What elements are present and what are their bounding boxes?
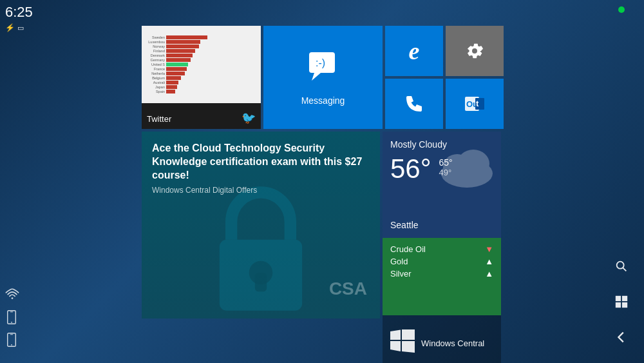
clock: 6:25	[5, 5, 33, 19]
chat-icon: :-)	[307, 50, 340, 83]
gold-arrow: ▲	[485, 257, 493, 266]
stock-silver: Silver ▲	[390, 269, 493, 279]
left-sidebar	[5, 288, 19, 350]
phone-tile[interactable]	[385, 79, 443, 129]
cloud-background	[438, 144, 496, 192]
svg-rect-5	[622, 302, 627, 308]
stock-crude-oil: Crude Oil ▼	[390, 244, 493, 254]
svg-marker-27	[402, 329, 415, 340]
svg-rect-4	[616, 302, 621, 308]
messaging-icon: :-)	[307, 50, 340, 90]
top-tile-row: SwedenLuxembouNorwayFinlandDenmarkGerman…	[142, 26, 509, 129]
back-button[interactable]	[614, 330, 629, 348]
phone-outline-icon[interactable]	[5, 310, 19, 328]
csa-watermark: CSA	[329, 279, 367, 299]
twitter-label: Twitter	[147, 114, 171, 124]
messaging-label: Messaging	[301, 95, 345, 106]
news-text-block: Ace the Cloud Technology Security Knowle…	[152, 142, 370, 195]
svg-text::-): :-)	[316, 57, 325, 68]
weather-tile[interactable]: Mostly Cloudy 56° 65° 49° Seattle	[383, 132, 501, 238]
silver-label: Silver	[390, 269, 412, 279]
windows-central-logo	[390, 329, 415, 357]
svg-point-6	[12, 297, 14, 299]
small-tiles-row-top: e	[385, 26, 504, 76]
charging-icon: ⚡	[5, 23, 15, 32]
status-bar: 6:25 ⚡ ▭	[5, 5, 33, 32]
outlook-icon: Ou t	[462, 92, 487, 116]
wifi-icon[interactable]	[5, 288, 19, 305]
news-tile[interactable]: CSA Ace the Cloud Technology Security Kn…	[142, 132, 380, 319]
phone-outline-icon-2[interactable]	[5, 333, 19, 350]
twitter-tile[interactable]: SwedenLuxembouNorwayFinlandDenmarkGerman…	[142, 26, 261, 129]
battery-indicator: ⚡ ▭	[5, 23, 33, 32]
windows-icon	[614, 295, 629, 309]
twitter-chart: SwedenLuxembouNorwayFinlandDenmarkGerman…	[142, 26, 261, 103]
right-sidebar	[605, 0, 638, 363]
svg-rect-3	[622, 296, 627, 301]
main-temperature: 56°	[390, 153, 431, 184]
small-tiles-column: e	[385, 26, 504, 129]
phone-call-icon	[402, 92, 426, 115]
windows-central-label: Windows Central	[421, 338, 484, 348]
svg-rect-22	[255, 273, 267, 291]
edge-tile[interactable]: e	[385, 26, 443, 76]
messaging-tile[interactable]: :-) Messaging	[263, 26, 383, 129]
twitter-bird-icon: 🐦	[242, 111, 256, 125]
stock-gold: Gold ▲	[390, 257, 493, 266]
svg-point-9	[11, 322, 12, 323]
settings-tile[interactable]	[446, 26, 504, 76]
mobile-icon-2	[5, 333, 18, 347]
news-title: Ace the Cloud Technology Security Knowle…	[152, 142, 370, 182]
edge-icon: e	[409, 37, 420, 65]
svg-point-0	[617, 262, 624, 269]
svg-text:t: t	[476, 99, 479, 108]
crude-oil-arrow: ▼	[485, 244, 493, 254]
bottom-tile-row: CSA Ace the Cloud Technology Security Kn…	[142, 132, 509, 363]
connection-dot	[618, 6, 625, 13]
gold-label: Gold	[390, 257, 408, 266]
silver-arrow: ▲	[485, 269, 493, 279]
svg-marker-29	[402, 341, 415, 353]
mobile-icon	[5, 310, 18, 324]
lock-watermark	[196, 181, 325, 319]
stocks-tile[interactable]: Crude Oil ▼ Gold ▲ Silver ▲	[383, 238, 501, 315]
start-button[interactable]	[614, 295, 629, 312]
outlook-tile[interactable]: Ou t	[446, 79, 504, 129]
settings-gear-icon	[463, 39, 486, 63]
svg-line-1	[623, 268, 626, 271]
search-button[interactable]	[614, 259, 629, 277]
svg-rect-2	[616, 296, 621, 301]
wifi-signal-icon	[5, 288, 19, 302]
svg-point-25	[457, 150, 489, 178]
cloud-icon	[438, 144, 496, 190]
battery-icon: ▭	[17, 24, 24, 32]
tiles-container: SwedenLuxembouNorwayFinlandDenmarkGerman…	[142, 26, 509, 363]
svg-marker-26	[390, 330, 401, 340]
crude-oil-label: Crude Oil	[390, 244, 426, 254]
svg-marker-28	[390, 341, 401, 351]
windows-central-tile[interactable]: Windows Central	[383, 315, 501, 363]
windows-logo-icon	[390, 329, 415, 354]
lock-icon	[196, 181, 325, 319]
back-icon	[614, 330, 629, 344]
weather-location: Seattle	[390, 220, 419, 230]
right-tiles-column: Mostly Cloudy 56° 65° 49° Seattle Crude …	[383, 132, 501, 363]
news-source: Windows Central Digital Offers	[152, 186, 370, 195]
svg-point-12	[11, 344, 12, 346]
svg-marker-14	[312, 73, 321, 81]
search-icon	[614, 259, 629, 273]
small-tiles-row-bottom: Ou t	[385, 79, 504, 129]
